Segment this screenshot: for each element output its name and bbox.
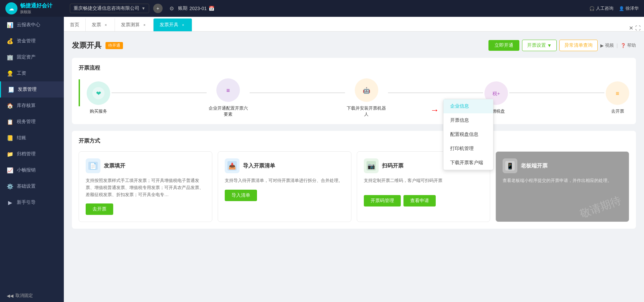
sidebar-item-settle[interactable]: 📒 结账 <box>0 130 64 146</box>
help-button[interactable]: ❓ 帮助 <box>620 42 636 48</box>
sidebar-item-invoice-mgmt[interactable]: 🧾 发票管理 <box>0 81 64 98</box>
sidebar-item-archive[interactable]: 📁 归档管理 <box>0 146 64 162</box>
method-4-desc: 查看老板端小程序提交的开票申请，并作出相应的处理。 <box>503 177 622 184</box>
sidebar-item-cloud-report[interactable]: 📊 云报表中心 <box>0 17 64 33</box>
logo-area: ☁ 畅捷通好会计 旗舰版 <box>5 2 66 14</box>
tab-invoice-open[interactable]: 发票开具 × <box>154 18 192 31</box>
logo-subtitle: 旗舰版 <box>20 9 52 14</box>
svg-text:税+: 税+ <box>492 91 500 96</box>
logo-icon: ☁ <box>5 2 17 14</box>
tab-invoice-calc-label: 发票测算 <box>121 22 140 28</box>
tab-invoice-calc[interactable]: 发票测算 × <box>115 18 154 31</box>
tab-bar: 首页 发票 × 发票测算 × 发票开具 × ✕ ⛶ <box>64 17 644 32</box>
sidebar-item-expense[interactable]: 📈 小畅报销 <box>0 162 64 178</box>
method-3-desc: 支持定制开票二维码，客户端可扫码开票 <box>364 177 483 184</box>
flow-connector-1 <box>112 92 207 93</box>
chart-up-icon: 📈 <box>7 167 13 174</box>
user-profile-button[interactable]: 👤 徐泽华 <box>619 5 639 11</box>
dropdown-item-company-info[interactable]: 企业信息 <box>443 99 493 113</box>
svg-text:📄: 📄 <box>89 162 97 170</box>
sidebar-item-salary[interactable]: 👷 工资 <box>0 65 64 81</box>
tab-invoice-calc-close[interactable]: × <box>142 22 147 28</box>
user-name: 徐泽华 <box>626 5 639 11</box>
abnormal-query-button[interactable]: 异常清单查询 <box>559 40 598 51</box>
flow-step-1-icon: ❤ <box>87 81 110 105</box>
tab-invoice[interactable]: 发票 × <box>86 18 115 31</box>
headset-icon: 🎧 <box>589 6 595 11</box>
sidebar-label-settle: 结账 <box>17 135 26 141</box>
invoice-icon: 🧾 <box>8 86 14 93</box>
method-4-icon: 📱 <box>503 158 517 173</box>
activate-button[interactable]: 立即开通 <box>488 40 519 51</box>
tab-invoice-open-close[interactable]: × <box>180 22 186 28</box>
flow-connector-2 <box>250 92 345 93</box>
sidebar-cancel-pin[interactable]: ◀◀ 取消固定 <box>0 289 64 302</box>
flow-step-5: ≡ 去开票 <box>606 81 629 114</box>
tax-icon: 📋 <box>7 118 13 125</box>
method-3-button-apply[interactable]: 查看申请 <box>403 195 436 206</box>
sidebar-item-fixed-assets[interactable]: 🏢 固定资产 <box>0 49 64 65</box>
sidebar-item-fund-mgmt[interactable]: 💰 资金管理 <box>0 33 64 49</box>
dropdown-item-printer[interactable]: 打印机管理 <box>443 142 493 156</box>
sidebar-label-inventory: 库存核算 <box>17 103 36 109</box>
worker-icon: 👷 <box>7 70 13 77</box>
sidebar-item-settings[interactable]: ⚙️ 基础设置 <box>0 178 64 194</box>
human-consult-label: 人工咨询 <box>596 5 613 11</box>
method-card-boss-header: 📱 老板端开票 <box>503 158 622 173</box>
method-3-icon: 📷 <box>364 158 379 173</box>
flow-connector-4 <box>509 92 604 93</box>
sidebar: 📊 云报表中心 💰 资金管理 🏢 固定资产 👷 工资 🧾 发票管理 🏠 库存核算… <box>0 17 64 302</box>
method-cards: 📄 发票填开 支持按照发票样式手工填开发票；可开具增值税电子普通发票、增值税普通… <box>79 151 629 222</box>
invoice-settings-button[interactable]: 开票设置 ▼ <box>522 40 557 51</box>
flow-step-3: 🤖 下载并安装开票机器人 <box>346 78 387 117</box>
flow-left-border <box>79 79 80 106</box>
flow-step-1: ❤ 购买服务 <box>87 81 110 114</box>
play-icon: ▶ <box>7 199 13 206</box>
flow-step-3-label: 下载并安装开票机器人 <box>346 105 387 117</box>
tab-invoice-label: 发票 <box>92 22 101 28</box>
sidebar-item-tax-mgmt[interactable]: 📋 税务管理 <box>0 114 64 130</box>
svg-text:📱: 📱 <box>506 162 514 170</box>
main-layout: 📊 云报表中心 💰 资金管理 🏢 固定资产 👷 工资 🧾 发票管理 🏠 库存核算… <box>0 17 644 302</box>
period-badge: 账期 2023-01 📅 <box>178 5 214 11</box>
tab-home[interactable]: 首页 <box>64 18 86 31</box>
sidebar-item-guide[interactable]: ▶ 新手引导 <box>0 194 64 211</box>
header-icons: + ⚙ <box>153 4 174 13</box>
top-header: ☁ 畅捷通好会计 旗舰版 重庆畅捷交通信息咨询有限公司 ▼ + ⚙ 账期 202… <box>0 0 644 17</box>
flow-section: 开票流程 ❤ 购买服务 ≡ 企业开通配置开票六要素 <box>72 58 636 124</box>
tab-bar-close-icon[interactable]: ✕ <box>629 25 633 31</box>
dropdown-item-download-client[interactable]: 下载开票客户端 <box>443 156 493 170</box>
svg-text:🤖: 🤖 <box>363 87 371 94</box>
money-icon: 💰 <box>7 38 13 44</box>
gear-icon: ⚙️ <box>7 183 13 190</box>
human-consult-button[interactable]: 🎧 人工咨询 <box>589 5 613 11</box>
sidebar-item-inventory[interactable]: 🏠 库存核算 <box>0 98 64 114</box>
settings-icon[interactable]: ⚙ <box>169 5 174 12</box>
title-actions: 立即开通 开票设置 ▼ 异常清单查询 ▶ 视频 | ❓ 帮助 <box>488 40 636 51</box>
flow-step-2: ≡ 企业开通配置开票六要素 <box>208 78 248 117</box>
dropdown-item-invoice-info[interactable]: 开票信息 <box>443 113 493 127</box>
dropdown-item-tax-disk[interactable]: 配置税盘信息 <box>443 127 493 142</box>
sidebar-label-invoice-mgmt: 发票管理 <box>18 86 37 92</box>
method-2-button[interactable]: 导入清单 <box>225 190 257 201</box>
divider: | <box>616 43 618 48</box>
video-button[interactable]: ▶ 视频 <box>600 42 614 48</box>
method-1-button[interactable]: 去开票 <box>86 203 113 215</box>
house-icon: 🏠 <box>7 102 13 109</box>
company-selector[interactable]: 重庆畅捷交通信息咨询有限公司 ▼ <box>70 4 149 13</box>
sidebar-label-settings: 基础设置 <box>17 183 36 189</box>
svg-text:❤: ❤ <box>96 90 101 97</box>
method-3-button-qr[interactable]: 开票码管理 <box>364 195 401 206</box>
pin-icon: ◀◀ <box>7 293 13 298</box>
tab-invoice-open-label: 发票开具 <box>160 22 178 28</box>
tab-home-label: 首页 <box>70 22 79 28</box>
svg-text:📥: 📥 <box>228 162 236 170</box>
dropdown-arrow-icon: ▼ <box>141 6 145 11</box>
sidebar-label-fixed-assets: 固定资产 <box>17 54 36 60</box>
help-label: 帮助 <box>627 42 636 48</box>
tab-bar-expand-icon[interactable]: ⛶ <box>635 25 641 31</box>
page-title-row: 发票开具 待开通 立即开通 开票设置 ▼ 异常清单查询 ▶ 视频 | ❓ <box>72 40 636 51</box>
add-tab-button[interactable]: + <box>153 4 163 13</box>
tab-invoice-close[interactable]: × <box>103 22 109 28</box>
period-value: 2023-01 <box>189 6 207 11</box>
